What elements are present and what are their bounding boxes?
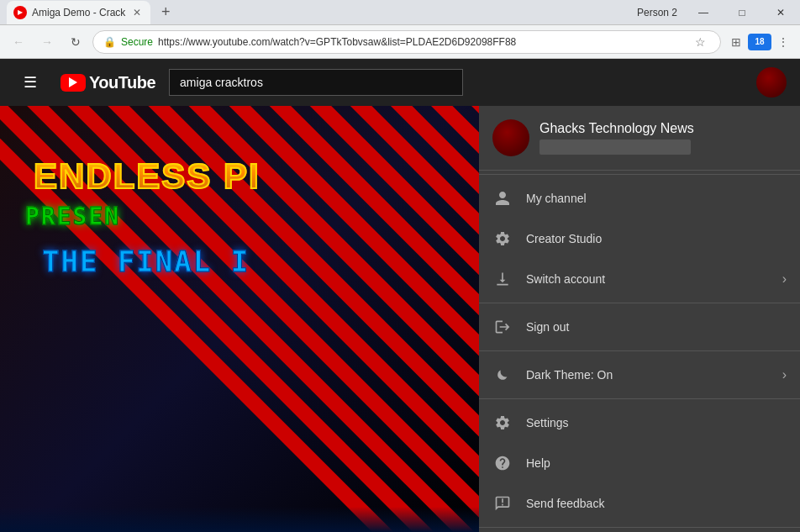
- dropdown-menu: Ghacks Technology News My channel Creato…: [479, 106, 800, 532]
- tab-close-button[interactable]: ✕: [130, 6, 144, 19]
- dropdown-channel-info: Ghacks Technology News: [539, 121, 694, 155]
- search-input[interactable]: [169, 69, 463, 96]
- refresh-button[interactable]: ↻: [64, 30, 87, 54]
- maximize-button[interactable]: □: [723, 0, 761, 25]
- youtube-header-right: [756, 67, 787, 97]
- dropdown-item-switch-account[interactable]: Switch account ›: [479, 259, 800, 299]
- youtube-logo[interactable]: YouTube: [61, 73, 155, 92]
- creator-studio-icon: [492, 229, 513, 249]
- dropdown-item-sign-out[interactable]: Sign out: [479, 307, 800, 347]
- titlebar-right: Person 2 — □ ✕: [630, 0, 800, 25]
- titlebar-left: ▶ Amiga Demo - Crack ✕ +: [7, 1, 630, 24]
- toolbar-actions: ⊞ 18 ⋮: [726, 32, 793, 52]
- minimize-button[interactable]: —: [684, 0, 723, 25]
- video-text-line1: ENDLESS PI: [34, 156, 261, 197]
- menu-button[interactable]: ⋮: [773, 32, 793, 52]
- youtube-search: [169, 69, 463, 96]
- extensions-button[interactable]: ⊞: [726, 32, 746, 52]
- youtube-logo-icon: [61, 74, 86, 92]
- new-tab-button[interactable]: +: [155, 3, 176, 23]
- content-area: ENDLESS PI PRESEN THE FINAL I Ghacks Tec…: [0, 106, 800, 532]
- dark-theme-chevron: ›: [782, 367, 787, 382]
- lock-icon: 🔒: [103, 36, 116, 48]
- video-area: ENDLESS PI PRESEN THE FINAL I: [0, 106, 479, 532]
- my-channel-label: My channel: [526, 192, 787, 205]
- switch-account-label: Switch account: [526, 272, 769, 286]
- titlebar: ▶ Amiga Demo - Crack ✕ + Person 2 — □ ✕: [0, 0, 800, 25]
- video-text-line3: THE FINAL I: [42, 245, 250, 278]
- person-icon: [492, 188, 513, 208]
- dropdown-item-send-feedback[interactable]: Send feedback: [479, 483, 800, 524]
- tab-title: Amiga Demo - Crack: [32, 7, 125, 18]
- dropdown-account-bar: [539, 140, 691, 155]
- tab-favicon: ▶: [13, 6, 27, 19]
- bookmark-button[interactable]: ☆: [690, 32, 710, 52]
- url-text[interactable]: https://www.youtube.com/watch?v=GPTkTobv…: [158, 36, 685, 48]
- dropdown-channel-name: Ghacks Technology News: [539, 121, 694, 136]
- settings-label: Settings: [526, 416, 787, 429]
- dark-theme-icon: [492, 365, 513, 385]
- addressbar: ← → ↻ 🔒 Secure https://www.youtube.com/w…: [0, 25, 800, 59]
- dropdown-item-dark-theme[interactable]: Dark Theme: On ›: [479, 355, 800, 395]
- dropdown-divider-1: [479, 174, 800, 175]
- dropdown-item-creator-studio[interactable]: Creator Studio: [479, 219, 800, 259]
- account-button[interactable]: 18: [748, 34, 771, 50]
- settings-icon: [492, 413, 513, 433]
- youtube-logo-text: YouTube: [89, 73, 155, 92]
- dropdown-divider-4: [479, 398, 800, 399]
- browser-tab[interactable]: ▶ Amiga Demo - Crack ✕: [7, 1, 150, 24]
- sign-out-label: Sign out: [526, 320, 787, 334]
- switch-account-icon: [492, 269, 513, 289]
- dropdown-item-my-channel[interactable]: My channel: [479, 178, 800, 219]
- send-feedback-label: Send feedback: [526, 497, 787, 510]
- dark-theme-label: Dark Theme: On: [526, 368, 769, 382]
- switch-account-chevron: ›: [782, 271, 787, 287]
- dropdown-avatar: [492, 119, 529, 156]
- secure-label: Secure: [121, 36, 153, 48]
- feedback-icon: [492, 493, 513, 514]
- close-button[interactable]: ✕: [761, 0, 800, 25]
- dropdown-header: Ghacks Technology News: [479, 106, 800, 171]
- youtube-avatar-button[interactable]: [756, 67, 787, 97]
- dropdown-divider-5: [479, 527, 800, 528]
- address-box: 🔒 Secure https://www.youtube.com/watch?v…: [92, 30, 721, 54]
- back-button[interactable]: ←: [7, 30, 30, 54]
- address-actions: ☆: [690, 32, 710, 52]
- video-bottom-overlay: [0, 507, 479, 532]
- dropdown-divider-3: [479, 350, 800, 351]
- dropdown-item-settings[interactable]: Settings: [479, 403, 800, 443]
- video-text-line2: PRESEN: [25, 203, 120, 230]
- sign-out-icon: [492, 317, 513, 337]
- youtube-menu-button[interactable]: ☰: [13, 66, 47, 99]
- help-icon: [492, 453, 513, 473]
- youtube-header: ☰ YouTube: [0, 59, 800, 106]
- person-label: Person 2: [630, 7, 684, 18]
- creator-studio-label: Creator Studio: [526, 232, 787, 245]
- dropdown-divider-2: [479, 303, 800, 303]
- forward-button[interactable]: →: [35, 30, 59, 54]
- dropdown-item-help[interactable]: Help: [479, 443, 800, 483]
- video-content: ENDLESS PI PRESEN THE FINAL I: [0, 106, 479, 532]
- help-label: Help: [526, 456, 787, 470]
